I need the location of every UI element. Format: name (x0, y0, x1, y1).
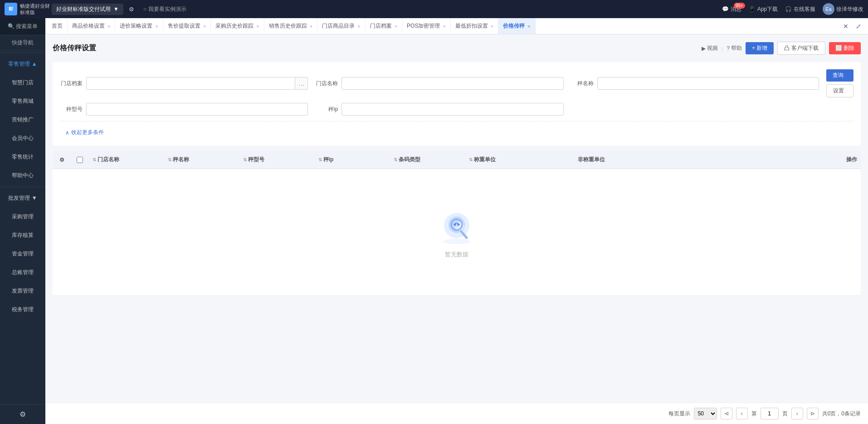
sidebar-item-inventory[interactable]: 资金管理 (0, 245, 45, 263)
download-icon: 📱 (749, 6, 756, 12)
page-size-label: 每页显示 (668, 410, 690, 418)
sidebar-quick-nav[interactable]: 快捷导航 (0, 35, 45, 51)
sidebar-item-purchase[interactable]: 库存核算 (0, 226, 45, 245)
scale-name-input[interactable] (597, 77, 819, 90)
th-settings[interactable]: ⚙ (53, 157, 71, 163)
store-name-input[interactable] (341, 77, 563, 90)
scale-ip-input[interactable] (341, 103, 563, 116)
delete-button[interactable]: ⬜ 删除 (829, 42, 861, 54)
page-actions: ▶ 视频 | ? 帮助 + 新增 凸 客户端下载 ⬜ 删除 (702, 42, 861, 55)
data-table: ⚙ ⇅ 门店名称 ⇅ 秤名称 ⇅ 秤型号 (53, 151, 861, 295)
sidebar-item-marketing[interactable]: 营销推广 (0, 111, 45, 129)
column-settings-icon: ⚙ (59, 157, 64, 163)
sidebar-item-smart-store[interactable]: 智慧门店 (0, 73, 45, 92)
avatar: Ea (823, 3, 834, 15)
sidebar-search[interactable]: 🔍 搜索菜单 (0, 18, 45, 35)
tab-purchase-strategy[interactable]: 进价策略设置 × (115, 18, 163, 34)
next-page-button[interactable]: › (791, 408, 803, 419)
sidebar-item-retail-stats[interactable]: 零售统计 (0, 148, 45, 166)
sidebar-item-invoice[interactable]: 税务管理 (0, 300, 45, 319)
th-non-weight-unit[interactable]: 非称重单位 (574, 156, 785, 164)
sidebar-settings-button[interactable]: ⚙ (0, 404, 45, 424)
message-button[interactable]: 💬 消息 99+ (722, 5, 741, 13)
tab-close-store-catalog[interactable]: × (357, 24, 360, 29)
page-total: 共0页，0条记录 (822, 410, 861, 418)
th-scale-name[interactable]: ⇅ 秤名称 (164, 156, 239, 164)
tab-close-price-scale[interactable]: × (527, 24, 530, 29)
scale-name-label: 秤名称 (571, 80, 594, 87)
version-selector[interactable]: 好业财标准版交付试用 ▼ (52, 4, 123, 15)
tab-product-price[interactable]: 商品价格设置 × (68, 18, 115, 34)
add-button[interactable]: + 新增 (746, 42, 774, 54)
sidebar-item-member-center[interactable]: 会员中心 (0, 129, 45, 148)
store-archive-ellipsis-button[interactable]: … (295, 77, 308, 90)
user-menu-button[interactable]: Ea 徐泽华修改 (823, 3, 863, 15)
sidebar-item-wholesale[interactable]: 批发管理 ▼ (0, 189, 45, 207)
store-archive-input[interactable] (86, 77, 295, 90)
th-scale-model[interactable]: ⇅ 秤型号 (239, 156, 315, 164)
form-item-scale-ip: 秤ip (315, 103, 563, 116)
tab-close-purchase-history[interactable]: × (256, 24, 259, 29)
query-button[interactable]: 查询 (826, 69, 853, 82)
sidebar-item-finance[interactable]: 总账管理 (0, 263, 45, 282)
tab-close-store-archive[interactable]: × (395, 24, 397, 29)
sidebar-item-retail-management[interactable]: 零售管理 ▲ (0, 55, 45, 73)
collapse-button[interactable]: ∧ 收起更多条件 (60, 127, 853, 138)
top-bar: 财 畅捷通好业财 标准版 好业财标准版交付试用 ▼ ⚙ ○ 我要看实例演示 💬 … (0, 0, 868, 18)
last-page-button[interactable]: ⊳ (807, 408, 819, 419)
online-service-button[interactable]: 🎧 在线客服 (785, 5, 815, 13)
tab-min-discount[interactable]: 最低折扣设置 × (451, 18, 498, 34)
tab-close-product-price[interactable]: × (107, 24, 110, 29)
sidebar-item-retail-mall[interactable]: 零售商城 (0, 92, 45, 111)
help-link[interactable]: ? 帮助 (727, 44, 742, 52)
page-input[interactable] (761, 408, 779, 419)
th-barcode-type[interactable]: ⇅ 条码类型 (390, 156, 465, 164)
sidebar-item-ecommerce[interactable]: 采购管理 (0, 207, 45, 226)
th-checkbox[interactable] (71, 157, 89, 163)
settings-icon[interactable]: ⚙ (125, 3, 138, 15)
tab-sale-price-extract[interactable]: 售价提取设置 × (163, 18, 211, 34)
question-icon: ? (727, 45, 730, 52)
svg-point-5 (454, 224, 456, 226)
sort-icon-scale-name: ⇅ (168, 157, 171, 162)
settings-form-button[interactable]: 设置 (826, 84, 853, 97)
demo-button[interactable]: ○ 我要看实例演示 (143, 5, 186, 13)
tab-close-sales-history[interactable]: × (310, 24, 312, 29)
th-weight-unit[interactable]: ⇅ 称重单位 (465, 156, 575, 164)
sidebar-item-ledger[interactable]: 发票管理 (0, 282, 45, 300)
message-badge: 99+ (734, 3, 745, 9)
tab-sales-history[interactable]: 销售历史价跟踪 × (264, 18, 317, 34)
select-all-checkbox[interactable] (77, 157, 83, 163)
download-client-button[interactable]: 凸 客户端下载 (777, 42, 825, 55)
tabs-actions: ✕ ⤢ (840, 20, 866, 32)
tab-store-catalog[interactable]: 门店商品目录 × (317, 18, 365, 34)
page-title: 价格传秤设置 (53, 43, 96, 53)
video-link[interactable]: ▶ 视频 (702, 44, 718, 52)
page-size-select[interactable]: 50 20 100 (694, 408, 717, 419)
th-operation: 操作 (785, 156, 861, 164)
sidebar-item-help-center[interactable]: 帮助中心 (0, 166, 45, 185)
sidebar-item-tax[interactable] (0, 319, 45, 330)
page-content: 价格传秤设置 ▶ 视频 | ? 帮助 + 新增 凸 客户端下载 ⬜ 删除 (45, 34, 868, 403)
svg-point-6 (457, 224, 459, 226)
app-download-button[interactable]: 📱 App下载 (749, 5, 778, 13)
close-tab-button[interactable]: ✕ (840, 20, 852, 32)
prev-page-button[interactable]: ‹ (736, 408, 748, 419)
empty-text: 暂无数据 (445, 251, 468, 259)
tab-pos-encryption[interactable]: POS加密管理 × (402, 18, 451, 34)
tab-close-min-discount[interactable]: × (491, 24, 493, 29)
th-scale-ip[interactable]: ⇅ 秤ip (315, 156, 390, 164)
tab-price-scale[interactable]: 价格传秤 × (498, 18, 535, 34)
scale-model-input[interactable] (86, 103, 308, 116)
sort-icon-scale-ip: ⇅ (318, 157, 322, 162)
tab-home[interactable]: 首页 (47, 18, 68, 34)
first-page-button[interactable]: ⊲ (721, 408, 732, 419)
tab-purchase-history[interactable]: 采购历史价跟踪 × (211, 18, 264, 34)
tab-store-archive[interactable]: 门店档案 × (366, 18, 402, 34)
tab-close-sale-price-extract[interactable]: × (203, 24, 206, 29)
th-store-name[interactable]: ⇅ 门店名称 (89, 156, 164, 164)
search-form: 门店档案 … 门店名称 秤名称 查 (53, 62, 861, 145)
tab-close-purchase-strategy[interactable]: × (155, 24, 158, 29)
tab-close-pos-encryption[interactable]: × (443, 24, 445, 29)
expand-tab-button[interactable]: ⤢ (853, 20, 864, 32)
